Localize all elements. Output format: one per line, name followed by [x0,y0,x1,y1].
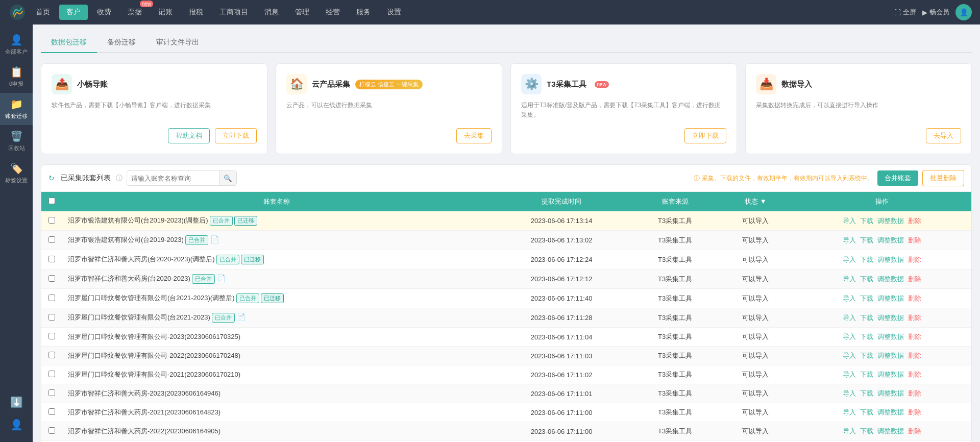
xiaochang-download-btn[interactable]: 立即下载 [215,128,257,143]
action-删除[interactable]: 删除 [908,314,921,322]
help-icon[interactable]: ⓘ [116,174,122,183]
action-下载[interactable]: 下载 [860,389,873,397]
sidebar-item-zero-declare[interactable]: 📋 0申报 [0,61,33,93]
sidebar-item-recycle[interactable]: 🗑️ 回收站 [0,125,33,157]
action-导入[interactable]: 导入 [843,371,856,378]
sidebar-item-user-settings[interactable]: 👤 [10,413,23,436]
tab-data-migration[interactable]: 数据包迁移 [41,33,97,53]
action-调整数据[interactable]: 调整数据 [877,333,904,340]
nav-item-business[interactable]: 工商项目 [212,5,255,20]
action-删除[interactable]: 删除 [908,408,921,416]
row-checkbox[interactable] [48,371,55,377]
action-下载[interactable]: 下载 [860,371,873,378]
nav-item-fee[interactable]: 收费 [90,5,118,20]
row-checkbox[interactable] [48,256,55,262]
sidebar-item-account-migrate[interactable]: 📁 账套迁移 [0,93,33,125]
action-调整数据[interactable]: 调整数据 [877,294,904,302]
sidebar-item-tag-settings[interactable]: 🏷️ 标签设置 [0,157,33,189]
row-checkbox[interactable] [48,275,55,282]
action-调整数据[interactable]: 调整数据 [877,217,904,225]
action-调整数据[interactable]: 调整数据 [877,408,904,416]
nav-item-tax[interactable]: 报税 [182,5,210,20]
action-导入[interactable]: 导入 [843,427,856,435]
action-下载[interactable]: 下载 [860,408,873,416]
import-goto-btn[interactable]: 去导入 [926,128,961,143]
action-下载[interactable]: 下载 [860,314,873,322]
xiaochang-help-btn[interactable]: 帮助文档 [168,128,210,143]
action-导入[interactable]: 导入 [843,236,856,244]
batch-delete-btn[interactable]: 批量删除 [922,170,964,186]
row-checkbox[interactable] [48,236,55,243]
action-删除[interactable]: 删除 [908,427,921,435]
avatar[interactable]: 👤 [955,4,972,20]
action-导入[interactable]: 导入 [843,408,856,416]
action-导入[interactable]: 导入 [843,352,856,359]
action-调整数据[interactable]: 调整数据 [877,314,904,322]
action-调整数据[interactable]: 调整数据 [877,427,904,435]
refresh-icon[interactable]: ↻ [48,174,55,182]
nav-item-service[interactable]: 服务 [349,5,378,20]
search-input[interactable] [127,175,219,182]
action-下载[interactable]: 下载 [860,217,873,225]
action-下载[interactable]: 下载 [860,294,873,302]
row-checkbox[interactable] [48,427,55,434]
select-all-checkbox[interactable] [48,198,55,204]
row-checkbox[interactable] [48,333,55,339]
action-导入[interactable]: 导入 [843,217,856,225]
tab-audit-export[interactable]: 审计文件导出 [146,33,209,53]
nav-item-ticket[interactable]: 票据 new [120,5,149,20]
action-调整数据[interactable]: 调整数据 [877,371,904,378]
action-删除[interactable]: 删除 [908,236,921,244]
merge-accounts-btn[interactable]: 合并账套 [877,170,918,186]
action-导入[interactable]: 导入 [843,294,856,302]
row-checkbox[interactable] [48,389,55,396]
action-删除[interactable]: 删除 [908,217,921,225]
action-删除[interactable]: 删除 [908,389,921,397]
file-icon[interactable]: 📄 [217,274,226,282]
action-导入[interactable]: 导入 [843,256,856,263]
tab-backup-migration[interactable]: 备份迁移 [97,33,146,53]
action-导入[interactable]: 导入 [843,333,856,340]
action-下载[interactable]: 下载 [860,236,873,244]
cloud-collect-btn[interactable]: 去采集 [456,128,492,143]
sidebar-item-download[interactable]: ⬇️ [10,391,23,413]
member-btn[interactable]: ▶ 畅会员 [922,8,949,17]
action-下载[interactable]: 下载 [860,333,873,340]
row-checkbox[interactable] [48,314,55,321]
action-删除[interactable]: 删除 [908,352,921,359]
action-删除[interactable]: 删除 [908,256,921,263]
t3-download-btn[interactable]: 立即下载 [684,128,726,143]
action-导入[interactable]: 导入 [843,389,856,397]
action-删除[interactable]: 删除 [908,333,921,340]
header-checkbox[interactable] [41,192,62,211]
nav-item-accounting[interactable]: 记账 [151,5,180,20]
nav-item-customer[interactable]: 客户 [59,5,88,20]
action-调整数据[interactable]: 调整数据 [877,256,904,263]
sidebar-item-all-clients[interactable]: 👤 全部客户 [0,29,33,61]
nav-item-manage[interactable]: 管理 [288,5,316,20]
row-checkbox[interactable] [48,408,55,415]
action-删除[interactable]: 删除 [908,275,921,283]
action-下载[interactable]: 下载 [860,256,873,263]
action-导入[interactable]: 导入 [843,314,856,322]
row-checkbox[interactable] [48,294,55,301]
action-调整数据[interactable]: 调整数据 [877,275,904,283]
action-删除[interactable]: 删除 [908,294,921,302]
row-checkbox[interactable] [48,352,55,358]
action-调整数据[interactable]: 调整数据 [877,389,904,397]
nav-item-operation[interactable]: 经营 [318,5,347,20]
logo[interactable] [8,3,27,21]
action-调整数据[interactable]: 调整数据 [877,236,904,244]
row-checkbox[interactable] [48,217,55,224]
action-导入[interactable]: 导入 [843,275,856,283]
action-下载[interactable]: 下载 [860,352,873,359]
header-status[interactable]: 状态 ▼ [719,192,792,211]
search-button[interactable]: 🔍 [219,171,236,185]
fullscreen-btn[interactable]: ⛶ 全屏 [894,8,916,17]
nav-item-settings[interactable]: 设置 [380,5,408,20]
action-下载[interactable]: 下载 [860,275,873,283]
action-下载[interactable]: 下载 [860,427,873,435]
file-icon[interactable]: 📄 [237,313,246,321]
nav-item-message[interactable]: 消息 [257,5,286,20]
nav-item-home[interactable]: 首页 [29,5,57,20]
